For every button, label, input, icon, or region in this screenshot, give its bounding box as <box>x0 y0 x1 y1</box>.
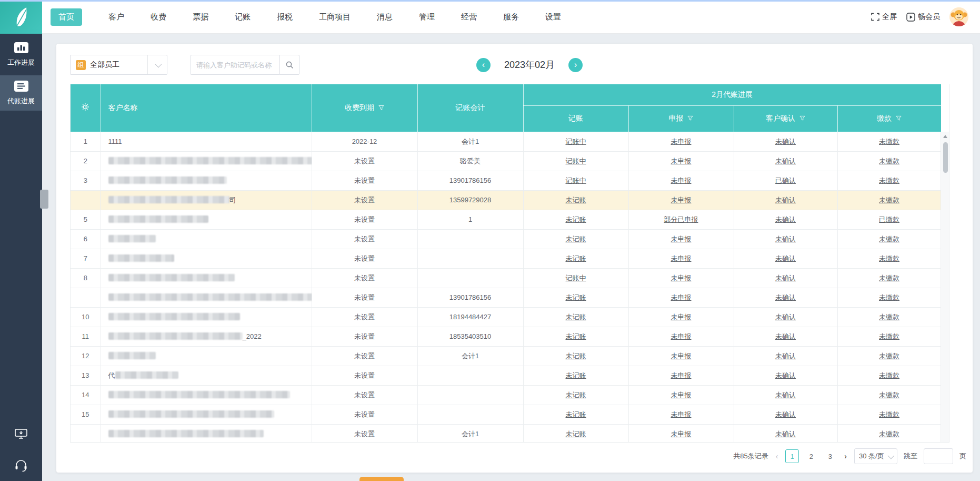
nav-item-business-projects[interactable]: 工商项目 <box>319 12 351 22</box>
table-row[interactable]: 15未设置未记账未申报未确认未缴款 <box>71 405 941 424</box>
nav-item-services[interactable]: 服务 <box>503 12 519 22</box>
bookkeeping-status-link[interactable]: 记账中 <box>566 157 586 165</box>
payment-status-link[interactable]: 未缴款 <box>879 430 899 438</box>
payment-status-link[interactable]: 未缴款 <box>879 332 899 340</box>
bookkeeping-status-link[interactable]: 未记账 <box>566 352 586 360</box>
col-header-confirm[interactable]: 客户确认 <box>734 105 837 132</box>
bookkeeping-status-link[interactable]: 未记账 <box>566 313 586 321</box>
payment-status-link[interactable]: 未缴款 <box>879 176 899 184</box>
bookkeeping-status-link[interactable]: 未记账 <box>566 332 586 340</box>
table-row[interactable]: 司未设置13599729028未记账未申报未确认未缴款 <box>71 190 941 210</box>
page-size-select[interactable]: 30 条/页 <box>854 448 897 464</box>
confirm-status-link[interactable]: 未确认 <box>775 157 796 165</box>
confirm-status-link[interactable]: 未确认 <box>775 138 796 145</box>
payment-status-link[interactable]: 未缴款 <box>879 352 899 360</box>
declare-status-link[interactable]: 未申报 <box>671 410 692 418</box>
table-row[interactable]: 14未设置未记账未申报未确认未缴款 <box>71 385 941 405</box>
table-row[interactable]: 111112022-12会计1记账中未申报未确认未缴款 <box>71 132 941 151</box>
declare-status-link[interactable]: 未申报 <box>671 371 692 379</box>
declare-status-link[interactable]: 未申报 <box>671 176 692 184</box>
nav-item-invoices[interactable]: 票据 <box>193 12 208 22</box>
declare-status-link[interactable]: 未申报 <box>671 235 692 243</box>
nav-item-messages[interactable]: 消息 <box>377 12 393 22</box>
scrollbar-thumb[interactable] <box>943 142 948 173</box>
payment-status-link[interactable]: 未缴款 <box>879 371 899 379</box>
payment-status-link[interactable]: 未缴款 <box>879 313 899 321</box>
scroll-up-arrow[interactable] <box>943 135 947 138</box>
confirm-status-link[interactable]: 未确认 <box>775 254 796 262</box>
col-header-fee-due[interactable]: 收费到期 <box>312 84 417 132</box>
table-row[interactable]: 5未设置1未记账部分已申报未确认已缴款 <box>71 210 941 229</box>
nav-item-operations[interactable]: 经营 <box>461 12 477 22</box>
declare-status-link[interactable]: 未申报 <box>671 332 692 340</box>
page-button-1[interactable]: 1 <box>785 449 799 463</box>
staff-filter-select[interactable]: 组 全部员工 <box>70 55 167 75</box>
payment-status-link[interactable]: 未缴款 <box>879 391 899 399</box>
sidebar-item-agency-progress[interactable]: 代账进展 <box>0 75 42 111</box>
confirm-status-link[interactable]: 未确认 <box>775 352 796 360</box>
confirm-status-link[interactable]: 未确认 <box>775 235 796 243</box>
prev-month-button[interactable]: ‹ <box>476 58 491 72</box>
table-row[interactable]: 未设置会计1未记账未申报未确认未缴款 <box>71 424 941 443</box>
declare-status-link[interactable]: 未申报 <box>671 157 692 165</box>
bookkeeping-status-link[interactable]: 未记账 <box>566 391 586 399</box>
confirm-status-link[interactable]: 未确认 <box>775 332 796 340</box>
nav-item-home[interactable]: 首页 <box>51 8 82 26</box>
declare-status-link[interactable]: 未申报 <box>671 430 692 438</box>
bookkeeping-status-link[interactable]: 未记账 <box>566 293 586 301</box>
table-row[interactable]: 13代未设置未记账未申报未确认未缴款 <box>71 366 941 385</box>
confirm-status-link[interactable]: 未确认 <box>775 313 796 321</box>
declare-status-link[interactable]: 未申报 <box>671 274 692 282</box>
payment-status-link[interactable]: 未缴款 <box>879 274 899 282</box>
declare-status-link[interactable]: 未申报 <box>671 313 692 321</box>
col-header-declare[interactable]: 申报 <box>628 105 734 132</box>
confirm-status-link[interactable]: 未确认 <box>775 430 796 438</box>
bookkeeping-status-link[interactable]: 未记账 <box>566 235 586 243</box>
fullscreen-button[interactable]: 全屏 <box>871 12 897 22</box>
declare-status-link[interactable]: 未申报 <box>671 138 692 145</box>
chat-widget-edge[interactable] <box>359 477 404 481</box>
payment-status-link[interactable]: 未缴款 <box>879 196 899 204</box>
prev-page-button[interactable]: ‹ <box>775 452 779 460</box>
jump-page-input[interactable] <box>924 448 953 464</box>
confirm-status-link[interactable]: 未确认 <box>775 196 796 204</box>
nav-item-billing[interactable]: 收费 <box>151 12 166 22</box>
confirm-status-link[interactable]: 已确认 <box>775 176 796 184</box>
bookkeeping-status-link[interactable]: 记账中 <box>566 138 586 145</box>
next-page-button[interactable]: › <box>843 452 848 460</box>
bookkeeping-status-link[interactable]: 记账中 <box>566 274 586 282</box>
payment-status-link[interactable]: 已缴款 <box>879 215 899 223</box>
table-row[interactable]: 6未设置未记账未申报未确认未缴款 <box>71 229 941 249</box>
search-input[interactable] <box>191 55 279 75</box>
confirm-status-link[interactable]: 未确认 <box>775 391 796 399</box>
column-settings-button[interactable] <box>71 84 101 132</box>
confirm-status-link[interactable]: 未确认 <box>775 371 796 379</box>
table-row[interactable]: 085...未设置13901786156未记账未申报未确认未缴款 <box>71 288 941 307</box>
table-row[interactable]: 12未设置会计1未记账未申报未确认未缴款 <box>71 346 941 366</box>
nav-item-admin[interactable]: 管理 <box>419 12 435 22</box>
avatar[interactable] <box>949 7 968 26</box>
bookkeeping-status-link[interactable]: 记账中 <box>566 176 586 184</box>
confirm-status-link[interactable]: 未确认 <box>775 293 796 301</box>
table-row[interactable]: 7未设置未记账未申报未确认未缴款 <box>71 249 941 268</box>
bookkeeping-status-link[interactable]: 未记账 <box>566 196 586 204</box>
bookkeeping-status-link[interactable]: 未记账 <box>566 371 586 379</box>
staff-filter-caret[interactable] <box>147 55 167 74</box>
client-download-button[interactable] <box>0 428 42 440</box>
nav-item-tax[interactable]: 报税 <box>277 12 293 22</box>
bookkeeping-status-link[interactable]: 未记账 <box>566 254 586 262</box>
page-button-2[interactable]: 2 <box>804 449 818 463</box>
nav-item-customers[interactable]: 客户 <box>108 12 124 22</box>
declare-status-link[interactable]: 未申报 <box>671 254 692 262</box>
declare-status-link[interactable]: 部分已申报 <box>664 215 698 223</box>
payment-status-link[interactable]: 未缴款 <box>879 157 899 165</box>
table-row[interactable]: 11_2022未设置18535403510未记账未申报未确认未缴款 <box>71 327 941 346</box>
confirm-status-link[interactable]: 未确认 <box>775 410 796 418</box>
payment-status-link[interactable]: 未缴款 <box>879 138 899 145</box>
table-row[interactable]: 2未设置骆爱美记账中未申报未确认未缴款 <box>71 151 941 171</box>
nav-item-bookkeeping[interactable]: 记账 <box>235 12 251 22</box>
member-button[interactable]: 畅会员 <box>906 12 940 22</box>
declare-status-link[interactable]: 未申报 <box>671 391 692 399</box>
table-row[interactable]: 3未设置13901786156记账中未申报已确认未缴款 <box>71 171 941 190</box>
bookkeeping-status-link[interactable]: 未记账 <box>566 215 586 223</box>
